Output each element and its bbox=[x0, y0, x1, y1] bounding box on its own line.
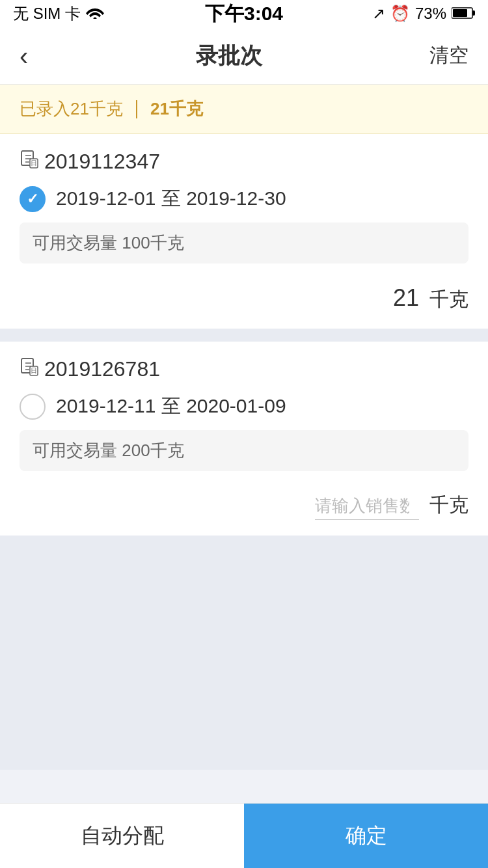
svg-point-0 bbox=[94, 18, 97, 20]
batch-header-1: 日 2019112347 bbox=[0, 134, 488, 180]
batch-date-row-2[interactable]: 2019-12-11 至 2020-01-09 bbox=[0, 388, 488, 426]
wifi-icon bbox=[86, 5, 104, 23]
status-right: ↗ ⏰ 73% bbox=[372, 5, 475, 23]
batch-date-2: 2019-12-11 至 2020-01-09 bbox=[56, 393, 286, 420]
page-title: 录批次 bbox=[196, 41, 262, 71]
batch-available-qty-1: 可用交易量 100千克 bbox=[20, 223, 468, 264]
location-icon: ↗ bbox=[372, 5, 385, 23]
qty-value-1: 21 bbox=[393, 284, 419, 312]
summary-amount: 21千克 bbox=[150, 98, 203, 120]
confirm-button[interactable]: 确定 bbox=[244, 804, 488, 868]
summary-prefix: 已录入21千克 bbox=[20, 98, 123, 120]
status-left: 无 SIM 卡 bbox=[13, 3, 104, 24]
qty-unit-1: 千克 bbox=[429, 286, 468, 313]
qty-row-2: 千克 bbox=[0, 481, 488, 536]
qty-input-area-1: 21 千克 bbox=[20, 284, 468, 313]
alarm-icon: ⏰ bbox=[390, 5, 410, 23]
batch-date-1: 2019-12-01 至 2019-12-30 bbox=[56, 185, 286, 212]
batch-date-row-1[interactable]: 2019-12-01 至 2019-12-30 bbox=[0, 180, 488, 219]
batch-header-2: 日 2019126781 bbox=[0, 342, 488, 388]
qty-input-2[interactable] bbox=[315, 493, 419, 520]
batch-card-2: 日 2019126781 2019-12-11 至 2020-01-09 可用交… bbox=[0, 342, 488, 536]
svg-rect-2 bbox=[472, 10, 475, 16]
section-divider bbox=[0, 329, 488, 342]
svg-text:日: 日 bbox=[31, 367, 37, 374]
auto-distribute-button[interactable]: 自动分配 bbox=[0, 804, 244, 868]
qty-input-area-2: 千克 bbox=[20, 492, 468, 520]
svg-text:日: 日 bbox=[31, 159, 37, 167]
battery-text: 73% bbox=[415, 5, 446, 23]
svg-rect-3 bbox=[453, 9, 467, 17]
qty-row-1: 21 千克 bbox=[0, 274, 488, 329]
status-bar: 无 SIM 卡 下午3:04 ↗ ⏰ 73% bbox=[0, 0, 488, 27]
empty-area bbox=[0, 536, 488, 770]
no-sim-text: 无 SIM 卡 bbox=[13, 3, 81, 24]
batch-doc-icon-1: 日 bbox=[20, 150, 39, 174]
nav-bar: ‹ 录批次 清空 bbox=[0, 27, 488, 85]
batch-number-1: 2019112347 bbox=[44, 150, 160, 174]
back-button[interactable]: ‹ bbox=[20, 43, 28, 69]
batch-checkbox-2[interactable] bbox=[20, 394, 46, 420]
batch-checkbox-1[interactable] bbox=[20, 186, 46, 212]
clear-button[interactable]: 清空 bbox=[429, 42, 468, 69]
summary-divider bbox=[136, 100, 137, 118]
summary-banner: 已录入21千克 21千克 bbox=[0, 85, 488, 134]
batch-doc-icon-2: 日 bbox=[20, 357, 39, 381]
batch-available-qty-2: 可用交易量 200千克 bbox=[20, 430, 468, 471]
battery-icon bbox=[452, 5, 475, 23]
batch-card-1: 日 2019112347 2019-12-01 至 2019-12-30 可用交… bbox=[0, 134, 488, 329]
status-time: 下午3:04 bbox=[205, 1, 283, 27]
bottom-bar: 自动分配 确定 bbox=[0, 803, 488, 868]
batch-number-2: 2019126781 bbox=[44, 357, 160, 381]
qty-unit-2: 千克 bbox=[429, 492, 468, 519]
